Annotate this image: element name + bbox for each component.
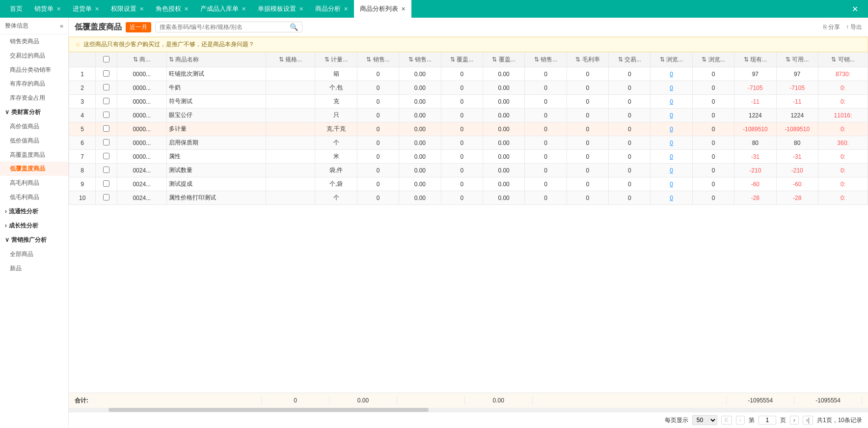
- th-current-sort-icon: ⇅: [744, 56, 749, 63]
- cell-check[interactable]: [96, 150, 117, 164]
- per-page-select[interactable]: 50 100 200: [692, 415, 717, 425]
- sidebar-item-sales-goods[interactable]: 销售类商品: [0, 34, 68, 49]
- search-input[interactable]: [160, 24, 288, 30]
- cell-browse1[interactable]: 0: [651, 136, 692, 150]
- th-gross-rate-sort-icon: ⇅: [575, 56, 580, 63]
- nav-analysis-list[interactable]: 商品分析列表 ✕: [354, 0, 411, 18]
- cell-check[interactable]: [96, 122, 117, 136]
- date-filter-button[interactable]: 近一月: [126, 22, 151, 32]
- cell-gross-rate: 0: [567, 109, 608, 122]
- cell-browse1[interactable]: 0: [651, 164, 692, 177]
- cell-sales2: 0.00: [399, 164, 441, 177]
- nav-permissions[interactable]: 权限设置 ✕: [105, 0, 150, 18]
- th-num: [69, 53, 96, 67]
- cell-gross-rate: 0: [567, 191, 608, 205]
- sidebar-collapse-header[interactable]: 整体信息 «: [0, 18, 68, 34]
- next-page-button[interactable]: ›: [790, 416, 799, 425]
- th-check[interactable]: [96, 53, 117, 67]
- nav-templates[interactable]: 单据模板设置 ✕: [252, 0, 309, 18]
- cell-browse1[interactable]: 0: [651, 81, 692, 95]
- sidebar-section-marketing[interactable]: ∨ 营销推广分析: [0, 233, 68, 247]
- cell-available: -28: [776, 191, 818, 205]
- table-row: 3 0000... 符号测试 克 0 0.00 0 0.00 0 0 0 0 0…: [69, 95, 868, 109]
- cell-browse1[interactable]: 0: [651, 191, 692, 205]
- sidebar-section-wealth[interactable]: ∨ 类财富分析: [0, 105, 68, 119]
- cell-sellable: 0:: [818, 164, 868, 177]
- page-number-input[interactable]: [759, 416, 776, 425]
- scrollbar-thumb[interactable]: [108, 408, 428, 412]
- sidebar-section-liquidity[interactable]: › 流通性分析: [0, 204, 68, 219]
- cell-gross-rate: 0: [567, 81, 608, 95]
- cell-current: 97: [734, 67, 776, 81]
- nav-products-close[interactable]: ✕: [242, 0, 246, 18]
- footer-sales1: 0: [262, 396, 329, 405]
- cell-browse1[interactable]: 0: [651, 177, 692, 191]
- nav-templates-close[interactable]: ✕: [299, 0, 303, 18]
- window-close-button[interactable]: ✕: [846, 4, 864, 14]
- select-all-checkbox[interactable]: [103, 56, 109, 62]
- nav-sales-close[interactable]: ✕: [56, 0, 61, 18]
- nav-roles[interactable]: 角色授权 ✕: [150, 0, 194, 18]
- cell-sales3: 0: [525, 81, 567, 95]
- cell-check[interactable]: [96, 177, 117, 191]
- pagination: 每页显示 50 100 200 K ‹ 第 页 › ›| 共1页，10条记录: [69, 412, 868, 428]
- nav-analysis-list-close[interactable]: ✕: [401, 0, 406, 18]
- sidebar-item-all-goods[interactable]: 全部商品: [0, 247, 68, 261]
- nav-purchase[interactable]: 进货单 ✕: [67, 0, 105, 18]
- cell-check[interactable]: [96, 95, 117, 109]
- sidebar-collapse-icon[interactable]: «: [60, 23, 63, 29]
- cell-check[interactable]: [96, 136, 117, 150]
- cell-browse1[interactable]: 0: [651, 122, 692, 136]
- cell-num: 9: [69, 177, 96, 191]
- cell-check[interactable]: [96, 191, 117, 205]
- sidebar-item-inventory-funds[interactable]: 库存资金占用: [0, 91, 68, 105]
- cell-name: 旺铺批次测试: [166, 67, 266, 81]
- nav-analysis-close[interactable]: ✕: [344, 0, 348, 18]
- content-area: 低覆盖度商品 近一月 🔍 ⎘ 分享 ↑ 导出 ☆ 这些商品只有很少客户购买过，是…: [69, 18, 868, 428]
- cell-sales3: 0: [525, 109, 567, 122]
- cell-code: 0000...: [117, 95, 166, 109]
- cell-browse1[interactable]: 0: [651, 67, 692, 81]
- nav-purchase-close[interactable]: ✕: [95, 0, 99, 18]
- nav-sales[interactable]: 销货单 ✕: [28, 0, 67, 18]
- cell-check[interactable]: [96, 81, 117, 95]
- cell-check[interactable]: [96, 164, 117, 177]
- nav-permissions-label: 权限设置: [111, 0, 136, 18]
- last-page-button[interactable]: ›|: [803, 416, 813, 425]
- sidebar-item-new-goods[interactable]: 新品: [0, 261, 68, 276]
- sidebar-item-low-margin[interactable]: 低毛利商品: [0, 190, 68, 204]
- th-spec: ⇅ 规格...: [266, 53, 315, 67]
- cell-trade: 0: [609, 81, 651, 95]
- sidebar-item-high-margin[interactable]: 高毛利商品: [0, 176, 68, 190]
- cell-browse1[interactable]: 0: [651, 150, 692, 164]
- cell-gross-rate: 0: [567, 95, 608, 109]
- cell-trade: 0: [609, 136, 651, 150]
- sidebar-item-low-coverage[interactable]: 低覆盖度商品: [0, 162, 68, 176]
- nav-home[interactable]: 首页: [4, 0, 28, 18]
- sidebar-item-low-value[interactable]: 低价值商品: [0, 134, 68, 148]
- first-page-button[interactable]: K: [721, 416, 732, 425]
- cell-check[interactable]: [96, 67, 117, 81]
- cell-sellable: 0:: [818, 177, 868, 191]
- nav-analysis[interactable]: 商品分析 ✕: [309, 0, 354, 18]
- prev-page-button[interactable]: ‹: [736, 416, 745, 425]
- cell-num: 8: [69, 164, 96, 177]
- sidebar-item-high-value[interactable]: 高价值商品: [0, 119, 68, 134]
- cell-browse1[interactable]: 0: [651, 109, 692, 122]
- sidebar-item-in-stock[interactable]: 有库存的商品: [0, 77, 68, 91]
- nav-roles-close[interactable]: ✕: [184, 0, 189, 18]
- cell-cover2: 0.00: [483, 150, 524, 164]
- sidebar-item-category-sales-rate[interactable]: 商品分类动销率: [0, 63, 68, 77]
- cell-unit: 袋,件: [315, 164, 357, 177]
- sidebar-section-growth[interactable]: › 成长性分析: [0, 219, 68, 233]
- cell-browse1[interactable]: 0: [651, 95, 692, 109]
- cell-check[interactable]: [96, 109, 117, 122]
- export-button[interactable]: ↑ 导出: [846, 23, 862, 31]
- horizontal-scrollbar[interactable]: [69, 408, 868, 412]
- sidebar-item-high-coverage[interactable]: 高覆盖度商品: [0, 148, 68, 162]
- share-button[interactable]: ⎘ 分享: [823, 23, 840, 31]
- nav-permissions-close[interactable]: ✕: [139, 0, 144, 18]
- nav-products[interactable]: 产成品入库单 ✕: [194, 0, 252, 18]
- cell-unit: 克: [315, 95, 357, 109]
- sidebar-item-traded-goods[interactable]: 交易过的商品: [0, 49, 68, 63]
